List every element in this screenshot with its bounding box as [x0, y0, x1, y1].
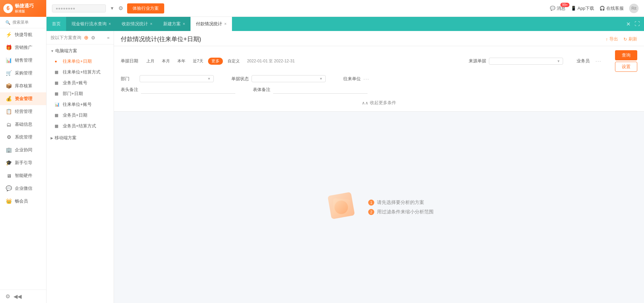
body-remark-input[interactable]: [273, 86, 368, 94]
system-icon: ⚙: [5, 134, 12, 140]
date-range-display: 2022-01-01 至 2022-12-31: [247, 58, 295, 64]
date-pill-last-month[interactable]: 上月: [144, 58, 157, 65]
sidebar-item-sales[interactable]: 📊 销售管理: [0, 54, 46, 67]
app-download-button[interactable]: 📱 App下载: [571, 5, 594, 11]
service-button[interactable]: 🎧 在线客服: [599, 5, 624, 11]
sidebar-bottom: ⚙ ◀◀: [0, 290, 46, 303]
user-avatar[interactable]: Rit: [629, 4, 639, 13]
page-actions: ↑ 导出 ↻ 刷新: [606, 36, 638, 42]
date-pill-7days[interactable]: 近7天: [190, 58, 206, 65]
voucher-status-filter: 单据状态 ▼: [231, 75, 326, 82]
trial-button[interactable]: 体验行业方案: [127, 3, 164, 13]
tab-home[interactable]: 首页: [47, 17, 66, 31]
header-remark-input[interactable]: [141, 86, 235, 94]
tab-payment-stat-close[interactable]: ×: [150, 22, 152, 26]
sidebar-item-enterprise[interactable]: 🏢 企业协同: [0, 144, 46, 156]
dropdown-icon[interactable]: ▼: [110, 6, 114, 11]
refresh-button[interactable]: ↻ 刷新: [623, 36, 637, 42]
tab-new-schema-close[interactable]: ×: [183, 22, 185, 26]
sidebar-item-guide[interactable]: 🎓 新手引导: [0, 156, 46, 169]
search-label: 搜索菜单: [12, 20, 29, 25]
sidebar-item-inventory[interactable]: 📦 库存核算: [0, 80, 46, 92]
address-bar[interactable]: ●●●●●●●●: [52, 4, 106, 12]
schema-settings-icon[interactable]: ⚙: [91, 35, 95, 40]
tab-bank-flow[interactable]: 现金银行流水查询 ×: [66, 17, 116, 31]
tab-payment-stat-label: 收款情况统计: [122, 21, 148, 27]
member-icon: 👑: [5, 198, 12, 204]
inventory-icon: 📦: [5, 83, 12, 89]
operation-icon: 📋: [5, 109, 12, 115]
voucher-status-select[interactable]: ▼: [252, 75, 326, 82]
tab-pay-stat[interactable]: 付款情况统计 ×: [191, 17, 232, 31]
dept-select[interactable]: ▼: [140, 75, 214, 82]
date-pill-this-year[interactable]: 本年: [175, 58, 188, 65]
quick-nav-icon: ⚡: [5, 32, 12, 38]
sidebar-item-smart-hw[interactable]: 🖥 智能硬件: [0, 169, 46, 182]
sidebar-item-quick-nav[interactable]: ⚡ 快捷导航: [0, 28, 46, 41]
service-label: 在线客服: [606, 5, 624, 11]
tab-fullscreen-icon[interactable]: ⛶: [635, 21, 640, 27]
voucher-status-dropdown-icon: ▼: [319, 77, 323, 81]
panel-collapse-btn[interactable]: «: [107, 35, 110, 40]
filter-row-3: 表头备注 表体备注: [121, 86, 637, 94]
settings-button[interactable]: 设置: [615, 62, 637, 72]
query-button[interactable]: 查询: [615, 50, 637, 60]
schema-item-unit-settle[interactable]: ▦ 往来单位+结算方式: [47, 67, 114, 78]
sidebar-item-capital[interactable]: 💰 资金管理: [0, 92, 46, 105]
page-title: 付款情况统计(往来单位+日期): [121, 35, 201, 43]
refresh-label: 刷新: [628, 36, 637, 42]
schema-item-label: 业务员+账号: [63, 80, 87, 86]
schema-item-staff-account[interactable]: ▦ 业务员+账号: [47, 78, 114, 88]
empty-tips: 1 请先选择要分析的方案 2 用过滤条件来缩小分析范围: [368, 200, 434, 215]
tab-close-all-icon[interactable]: ✕: [626, 21, 631, 27]
tab-bank-flow-label: 现金银行流水查询: [71, 21, 107, 27]
schema-item-icon: ▦: [55, 70, 61, 74]
schema-item-label: 业务员+结算方式: [63, 123, 96, 129]
schema-item-staff-date[interactable]: ▦ 业务员+日期: [47, 110, 114, 121]
tip-text-1: 请先选择要分析的方案: [377, 200, 424, 206]
date-pill-custom[interactable]: 自定义: [225, 58, 242, 65]
tab-pay-stat-close[interactable]: ×: [224, 22, 227, 26]
collapse-more-btn[interactable]: ∧∧ 收起更多条件: [121, 97, 637, 107]
message-button[interactable]: 💬 消息 99+: [550, 5, 565, 11]
sidebar-item-label: 系统管理: [15, 134, 32, 140]
pc-schema-group-title[interactable]: ▼ 电脑端方案: [47, 46, 114, 56]
schema-item-unit-date[interactable]: ● 往来单位+日期: [47, 56, 114, 67]
tab-bank-flow-close[interactable]: ×: [109, 22, 111, 26]
schema-item-staff-settle[interactable]: ▦ 业务员+结算方式: [47, 121, 114, 131]
sidebar-item-system[interactable]: ⚙ 系统管理: [0, 131, 46, 144]
export-button[interactable]: ↑ 导出: [606, 36, 618, 42]
sidebar-item-marketing[interactable]: 🎁 营销推广: [0, 41, 46, 54]
sidebar-item-weichat[interactable]: 💬 企业微信: [0, 182, 46, 195]
panel-header: 按以下方案查询 ⊕ ⚙ «: [47, 31, 114, 44]
sidebar-item-operation[interactable]: 📋 经营管理: [0, 105, 46, 118]
schema-item-unit-account[interactable]: 📊 往来单位+账号: [47, 99, 114, 110]
topbar-gear-icon[interactable]: ⚙: [118, 5, 123, 11]
search-menu[interactable]: 🔍 搜索菜单: [0, 17, 46, 28]
tab-new-schema[interactable]: 新建方案 ×: [158, 17, 191, 31]
pc-group-label: 电脑端方案: [55, 48, 77, 54]
mobile-schema-title[interactable]: ▶ 移动端方案: [51, 135, 110, 141]
capital-icon: 💰: [5, 96, 12, 102]
settings-icon[interactable]: ⚙: [5, 293, 10, 300]
tabs-bar: 首页 现金银行流水查询 × 收款情况统计 × 新建方案 × 付款情况统计 × ✕…: [47, 17, 644, 31]
tab-payment-stat[interactable]: 收款情况统计 ×: [116, 17, 158, 31]
salesperson-ellipsis[interactable]: ···: [595, 58, 602, 64]
add-schema-icon[interactable]: ⊕: [84, 34, 88, 41]
smart-hw-icon: 🖥: [5, 173, 12, 179]
filter-area: 单据日期 上月 本月 本年 近7天 更多 自定义 2022-01-01 至 20…: [114, 46, 644, 112]
partner-ellipsis[interactable]: ···: [363, 76, 370, 82]
sidebar-item-basic-info[interactable]: 🗂 基础信息: [0, 118, 46, 131]
date-pill-more[interactable]: 更多: [208, 58, 223, 65]
sidebar-item-member[interactable]: 👑 畅会员: [0, 195, 46, 208]
message-icon: 💬: [550, 6, 555, 11]
schema-item-dept-date[interactable]: ▦ 部门+日期: [47, 88, 114, 99]
app-label: App下载: [578, 5, 594, 11]
date-pill-this-month[interactable]: 本月: [159, 58, 173, 65]
panel-header-label: 按以下方案查询: [51, 35, 81, 41]
sidebar-item-purchase[interactable]: 🛒 采购管理: [0, 67, 46, 80]
sidebar-collapse-icon[interactable]: ◀◀: [13, 293, 22, 300]
dept-dropdown-icon: ▼: [207, 77, 211, 81]
source-select[interactable]: ▼: [489, 58, 563, 65]
schema-item-label: 业务员+日期: [63, 112, 87, 118]
